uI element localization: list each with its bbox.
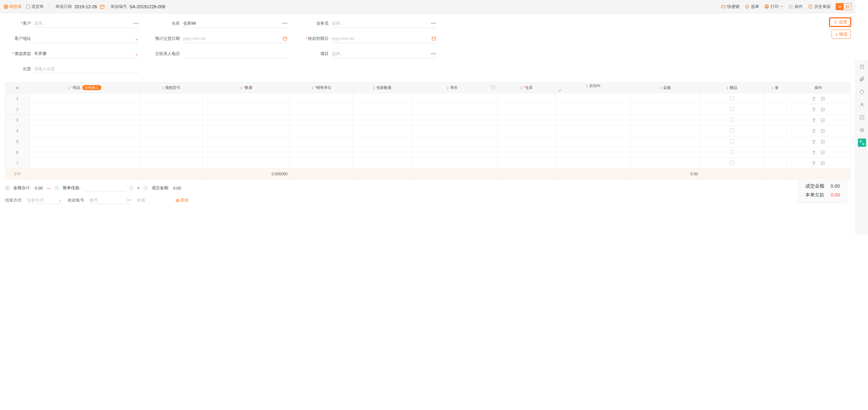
contact-phone-input[interactable] <box>183 49 287 58</box>
cell-pack[interactable] <box>353 126 411 136</box>
col-product[interactable]: ▲▼*商品扫码录入 <box>29 82 139 93</box>
col-pack[interactable]: ▲▼包装数量 <box>353 82 411 93</box>
scan-badge[interactable]: 扫码录入 <box>82 85 101 90</box>
rail-note-icon[interactable] <box>858 63 866 71</box>
history-button[interactable]: 历史单据 <box>808 4 831 9</box>
cell-pack[interactable] <box>353 158 411 169</box>
whole-discount-input[interactable] <box>84 184 125 192</box>
cell-warehouse[interactable] <box>498 115 556 126</box>
tab-return-order[interactable]: 退货单 <box>26 4 44 9</box>
cell-note[interactable] <box>764 136 787 147</box>
warehouse-select[interactable]: 仓库99••• <box>183 19 287 28</box>
logistics-button[interactable]: + 物流 <box>832 30 851 39</box>
customer-address-select[interactable]: ⌄ <box>34 34 138 43</box>
cell-unit[interactable] <box>290 147 353 158</box>
action-button[interactable]: 操作 <box>788 4 803 9</box>
checkbox[interactable] <box>730 107 734 111</box>
cell-discount[interactable] <box>555 93 630 104</box>
checkbox[interactable] <box>730 161 734 165</box>
rail-expand-icon[interactable] <box>858 139 866 147</box>
edit-icon[interactable] <box>558 89 562 92</box>
customer-select[interactable]: 选择...••• <box>34 19 138 28</box>
delete-row-icon[interactable] <box>811 107 816 112</box>
add-payment-button[interactable]: ⊕添加 <box>175 197 188 203</box>
cell-qty[interactable] <box>203 126 290 136</box>
cell-discount[interactable] <box>555 147 630 158</box>
add-row-icon[interactable] <box>820 107 825 112</box>
delete-row-icon[interactable] <box>811 150 816 155</box>
add-row-icon[interactable] <box>820 118 825 123</box>
rail-user-icon[interactable] <box>858 101 866 109</box>
cell-qty[interactable] <box>203 104 290 115</box>
col-price[interactable]: ▲▼单价? <box>411 82 498 93</box>
table-row[interactable]: 1 <box>5 93 850 104</box>
cell-warehouse[interactable] <box>498 126 556 136</box>
cell-note[interactable] <box>764 126 787 136</box>
cell-spec[interactable] <box>139 126 203 136</box>
settlement-select[interactable]: 结算方式⌄ <box>27 197 62 204</box>
delete-row-icon[interactable] <box>811 96 816 101</box>
table-row[interactable]: 7 <box>5 158 850 169</box>
rail-yen-icon[interactable]: ¥ <box>858 113 866 122</box>
cell-unit[interactable] <box>290 136 353 147</box>
col-discount[interactable]: ▲▼折扣% <box>555 82 630 93</box>
cell-gift[interactable] <box>700 147 764 158</box>
due-date-input[interactable]: yyyy-mm-dd <box>332 34 436 43</box>
cell-gift[interactable] <box>700 104 764 115</box>
cell-note[interactable] <box>764 104 787 115</box>
cell-price[interactable] <box>411 93 498 104</box>
col-unit[interactable]: ▲▼*销售单位 <box>290 82 353 93</box>
delete-row-icon[interactable] <box>811 161 816 166</box>
ship-input[interactable]: 请输入出货 <box>34 65 138 73</box>
add-row-icon[interactable] <box>820 139 825 144</box>
cell-warehouse[interactable] <box>498 158 556 169</box>
pick-order-button[interactable]: 选单 <box>745 4 759 9</box>
cell-product[interactable] <box>29 104 139 115</box>
doc-date-value[interactable]: 2019-12-26 <box>74 4 97 9</box>
col-warehouse[interactable]: ▲▼*仓库 <box>498 82 556 93</box>
cell-gift[interactable] <box>700 93 764 104</box>
cell-unit[interactable] <box>290 126 353 136</box>
cell-price[interactable] <box>411 115 498 126</box>
add-row-icon[interactable] <box>820 150 825 155</box>
cell-amount[interactable] <box>630 104 700 115</box>
cell-pack[interactable] <box>353 115 411 126</box>
add-row-icon[interactable] <box>820 129 825 134</box>
cell-unit[interactable] <box>290 158 353 169</box>
delete-row-icon[interactable] <box>811 139 816 144</box>
salesman-select[interactable]: 选择...••• <box>332 19 436 28</box>
shortcut-button[interactable]: 快捷键 <box>721 4 740 9</box>
cell-pack[interactable] <box>353 136 411 147</box>
col-settings[interactable]: ⚙ <box>5 82 30 93</box>
calendar-icon[interactable] <box>100 4 105 9</box>
cell-unit[interactable] <box>290 104 353 115</box>
view-grid-icon[interactable] <box>844 3 851 10</box>
cell-product[interactable] <box>29 93 139 104</box>
table-row[interactable]: 3 <box>5 115 850 126</box>
help-icon[interactable]: ? <box>129 186 133 190</box>
cell-gift[interactable] <box>700 115 764 126</box>
checkbox[interactable] <box>730 139 734 143</box>
account-select[interactable]: 账号••• <box>90 197 131 204</box>
planned-date-input[interactable]: yyyy-mm-dd <box>183 34 287 43</box>
cell-discount[interactable] <box>555 115 630 126</box>
col-qty[interactable]: ▲▼*数量 <box>203 82 290 93</box>
col-gift[interactable]: ▲▼赠品 <box>700 82 764 93</box>
cell-pack[interactable] <box>353 147 411 158</box>
cell-warehouse[interactable] <box>498 104 556 115</box>
cell-amount[interactable] <box>630 93 700 104</box>
cell-price[interactable] <box>411 147 498 158</box>
cell-gift[interactable] <box>700 158 764 169</box>
cell-qty[interactable] <box>203 115 290 126</box>
cell-pack[interactable] <box>353 104 411 115</box>
cell-warehouse[interactable] <box>498 147 556 158</box>
cell-discount[interactable] <box>555 104 630 115</box>
table-row[interactable]: 4 <box>5 126 850 136</box>
col-note[interactable]: ▲▼备 <box>764 82 787 93</box>
cell-note[interactable] <box>764 115 787 126</box>
invoice-type-select[interactable]: 不开票⌄ <box>34 49 138 58</box>
cell-note[interactable] <box>764 93 787 104</box>
checkbox[interactable] <box>730 118 734 122</box>
cell-qty[interactable] <box>203 147 290 158</box>
checkbox[interactable] <box>730 129 734 133</box>
